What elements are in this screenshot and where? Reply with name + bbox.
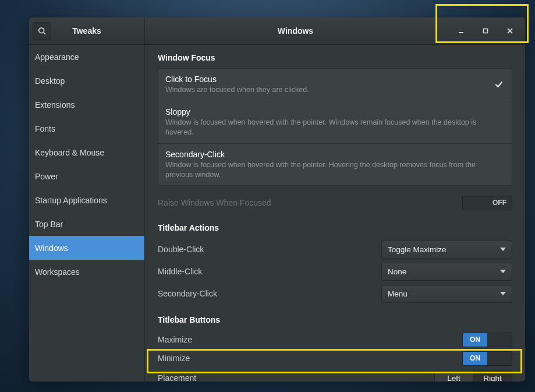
secondary-click-label: Secondary-Click bbox=[158, 289, 375, 298]
svg-rect-2 bbox=[459, 32, 463, 33]
toggle-label: OFF bbox=[487, 196, 512, 210]
focus-option-desc: Window is focused when hovered with the … bbox=[165, 118, 487, 137]
focus-option-desc: Windows are focused when they are clicke… bbox=[165, 85, 487, 95]
sidebar-item-top-bar[interactable]: Top Bar bbox=[29, 212, 144, 236]
svg-line-1 bbox=[44, 33, 46, 35]
minimize-label: Minimize bbox=[158, 354, 456, 363]
window-focus-header: Window Focus bbox=[158, 51, 512, 68]
titlebar-buttons-header: Titlebar Buttons bbox=[158, 313, 512, 330]
maximize-toggle[interactable]: ON bbox=[462, 333, 512, 347]
toggle-knob bbox=[463, 196, 487, 210]
page-title: Windows bbox=[145, 26, 446, 36]
placement-right-button[interactable]: Right bbox=[473, 370, 512, 382]
secondary-click-dropdown[interactable]: Menu bbox=[381, 285, 512, 303]
dropdown-value: Toggle Maximize bbox=[388, 245, 447, 254]
close-icon bbox=[507, 28, 513, 34]
minimize-row: Minimize ON bbox=[158, 349, 512, 368]
raise-when-focused-label: Raise Windows When Focused bbox=[158, 198, 456, 207]
focus-option-desc: Window is focused when hovered with the … bbox=[165, 160, 487, 180]
content-pane: Window Focus Click to Focus Windows are … bbox=[145, 45, 525, 382]
focus-option-secondary-click[interactable]: Secondary-Click Window is focused when h… bbox=[158, 144, 512, 186]
svg-point-0 bbox=[39, 28, 44, 33]
window-controls bbox=[446, 26, 525, 36]
maximize-label: Maximize bbox=[158, 335, 456, 344]
focus-option-title: Sloppy bbox=[165, 107, 487, 116]
sidebar-item-startup-applications[interactable]: Startup Applications bbox=[29, 188, 144, 212]
double-click-dropdown[interactable]: Toggle Maximize bbox=[381, 241, 512, 259]
sidebar: Appearance Desktop Extensions Fonts Keyb… bbox=[29, 45, 145, 382]
dropdown-value: Menu bbox=[388, 289, 408, 298]
minimize-toggle[interactable]: ON bbox=[462, 351, 512, 366]
sidebar-item-workspaces[interactable]: Workspaces bbox=[29, 260, 144, 284]
placement-label: Placement bbox=[158, 373, 428, 382]
dropdown-value: None bbox=[388, 267, 406, 276]
chevron-down-icon bbox=[500, 248, 506, 251]
double-click-label: Double-Click bbox=[158, 245, 375, 254]
sidebar-item-extensions[interactable]: Extensions bbox=[29, 93, 144, 116]
titlebar-right: Windows bbox=[145, 17, 525, 44]
sidebar-item-appearance[interactable]: Appearance bbox=[29, 45, 144, 69]
check-icon bbox=[493, 75, 505, 95]
sidebar-item-fonts[interactable]: Fonts bbox=[29, 116, 144, 140]
raise-when-focused-toggle[interactable]: OFF bbox=[462, 196, 512, 210]
middle-click-label: Middle-Click bbox=[158, 267, 375, 276]
sidebar-item-power[interactable]: Power bbox=[29, 164, 144, 188]
check-placeholder bbox=[493, 107, 505, 137]
toggle-knob bbox=[487, 352, 512, 365]
raise-when-focused-row: Raise Windows When Focused OFF bbox=[158, 192, 512, 214]
focus-option-click-to-focus[interactable]: Click to Focus Windows are focused when … bbox=[158, 69, 512, 101]
window-focus-options: Click to Focus Windows are focused when … bbox=[158, 68, 512, 186]
tweaks-window: Tweaks Windows Appearance Desktop Extens… bbox=[29, 17, 525, 382]
svg-rect-3 bbox=[484, 29, 488, 33]
maximize-icon bbox=[483, 28, 488, 34]
titlebar: Tweaks Windows bbox=[29, 17, 525, 45]
double-click-row: Double-Click Toggle Maximize bbox=[158, 238, 512, 260]
toggle-label: ON bbox=[463, 352, 487, 365]
maximize-row: Maximize ON bbox=[158, 330, 512, 349]
placement-segmented: Left Right bbox=[434, 370, 512, 382]
sidebar-item-keyboard-and-mouse[interactable]: Keyboard & Mouse bbox=[29, 140, 144, 164]
search-button[interactable] bbox=[33, 22, 51, 40]
sidebar-item-desktop[interactable]: Desktop bbox=[29, 69, 144, 93]
chevron-down-icon bbox=[500, 270, 506, 273]
chevron-down-icon bbox=[500, 292, 506, 295]
check-placeholder bbox=[493, 150, 505, 180]
sidebar-item-windows[interactable]: Windows bbox=[29, 236, 144, 260]
focus-option-sloppy[interactable]: Sloppy Window is focused when hovered wi… bbox=[158, 101, 512, 144]
secondary-click-row: Secondary-Click Menu bbox=[158, 282, 512, 305]
maximize-button[interactable] bbox=[481, 26, 490, 36]
minimize-button[interactable] bbox=[456, 26, 466, 36]
focus-option-title: Click to Focus bbox=[165, 75, 487, 84]
placement-row: Placement Left Right bbox=[158, 368, 512, 382]
search-icon bbox=[38, 27, 46, 35]
placement-left-button[interactable]: Left bbox=[434, 370, 473, 382]
middle-click-dropdown[interactable]: None bbox=[381, 263, 512, 281]
app-title: Tweaks bbox=[56, 26, 118, 36]
titlebar-actions-header: Titlebar Actions bbox=[158, 221, 512, 238]
titlebar-left: Tweaks bbox=[29, 17, 145, 44]
focus-option-title: Secondary-Click bbox=[165, 150, 487, 159]
middle-click-row: Middle-Click None bbox=[158, 260, 512, 282]
toggle-label: ON bbox=[463, 333, 487, 347]
toggle-knob bbox=[487, 333, 512, 347]
close-button[interactable] bbox=[505, 26, 515, 36]
minimize-icon bbox=[458, 28, 464, 34]
